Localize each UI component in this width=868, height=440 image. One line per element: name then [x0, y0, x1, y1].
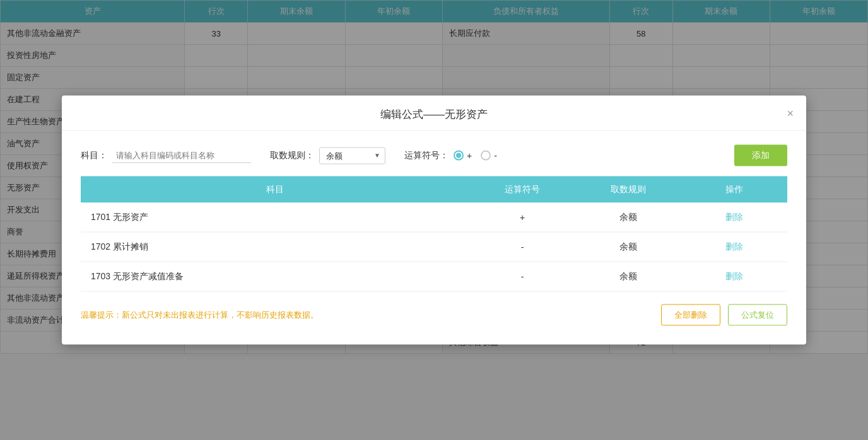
modal-footer: 温馨提示：新公式只对未出报表进行计算，不影响历史报表数据。 全部删除 公式复位 [62, 292, 806, 326]
formula-row: 1701 无形资产+余额删除 [81, 203, 787, 233]
operator-plus-radio[interactable]: + [454, 151, 472, 161]
formula-table-wrapper: 科目 运算符号 取数规则 操作 1701 无形资产+余额删除1702 累计摊销-… [62, 177, 806, 292]
rule-select-wrapper: 余额 借方 贷方 借方发生额 贷方发生额 ▼ [319, 147, 385, 164]
delete-button[interactable]: 删除 [725, 212, 743, 222]
rule-select[interactable]: 余额 借方 贷方 借方发生额 贷方发生额 [319, 147, 385, 164]
operator-plus-label: + [467, 151, 472, 161]
formula-subject: 1702 累计摊销 [81, 232, 469, 262]
formula-rule: 余额 [575, 203, 681, 233]
delete-button[interactable]: 删除 [725, 241, 743, 252]
modal-title: 编辑公式——无形资产 [380, 107, 488, 122]
modal-close-button[interactable]: × [787, 107, 794, 119]
footer-buttons: 全部删除 公式复位 [661, 304, 787, 326]
operator-minus-radio[interactable]: - [481, 151, 497, 161]
add-button[interactable]: 添加 [734, 145, 787, 166]
formula-subject: 1701 无形资产 [81, 203, 469, 233]
rule-group: 取数规则： 余额 借方 贷方 借方发生额 贷方发生额 ▼ [270, 147, 385, 164]
modal-header: 编辑公式——无形资产 × [62, 96, 806, 131]
radio-circle-plus [454, 151, 464, 161]
col-action-header: 操作 [681, 177, 787, 203]
formula-row: 1703 无形资产减值准备-余额删除 [81, 262, 787, 291]
formula-action: 删除 [681, 262, 787, 291]
delete-button[interactable]: 删除 [725, 271, 743, 281]
formula-action: 删除 [681, 232, 787, 262]
formula-table: 科目 运算符号 取数规则 操作 1701 无形资产+余额删除1702 累计摊销-… [81, 177, 787, 292]
col-subject-header: 科目 [81, 177, 469, 203]
rule-label: 取数规则： [270, 150, 314, 161]
formula-operator: - [469, 232, 575, 262]
operator-label: 运算符号： [404, 150, 449, 161]
hint-text: 温馨提示：新公式只对未出报表进行计算，不影响历史报表数据。 [81, 310, 319, 321]
formula-rule: 余额 [575, 262, 681, 291]
subject-group: 科目： [81, 148, 251, 163]
operator-group: 运算符号： + - [404, 150, 497, 161]
col-operator-header: 运算符号 [469, 177, 575, 203]
formula-subject: 1703 无形资产减值准备 [81, 262, 469, 291]
formula-row: 1702 累计摊销-余额删除 [81, 232, 787, 262]
formula-rule: 余额 [575, 232, 681, 262]
operator-minus-label: - [494, 151, 497, 161]
formula-operator: + [469, 203, 575, 233]
subject-input[interactable] [112, 148, 251, 163]
delete-all-button[interactable]: 全部删除 [661, 304, 720, 326]
formula-operator: - [469, 262, 575, 291]
radio-circle-minus [481, 151, 491, 161]
col-rule-header: 取数规则 [575, 177, 681, 203]
edit-formula-modal: 编辑公式——无形资产 × 科目： 取数规则： 余额 借方 贷方 借方发生额 贷方… [62, 96, 806, 345]
reset-formula-button[interactable]: 公式复位 [728, 304, 787, 326]
formula-action: 删除 [681, 203, 787, 233]
subject-label: 科目： [81, 150, 107, 161]
form-row: 科目： 取数规则： 余额 借方 贷方 借方发生额 贷方发生额 ▼ 运算符号： [62, 131, 806, 177]
operator-radio-group: + - [454, 151, 497, 161]
